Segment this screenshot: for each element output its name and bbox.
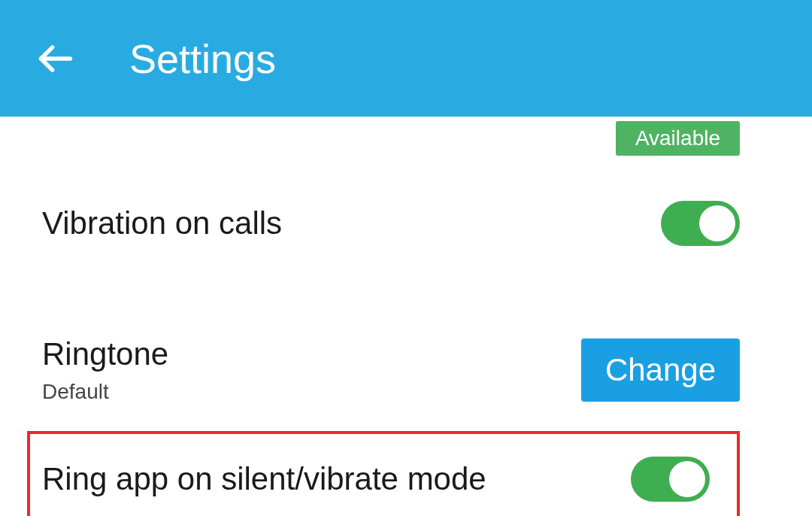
vibration-on-calls-row: Vibration on calls bbox=[42, 201, 770, 246]
page-title: Settings bbox=[129, 35, 276, 82]
back-arrow-icon[interactable] bbox=[36, 39, 75, 78]
ringtone-text-block: Ringtone Default bbox=[42, 336, 168, 404]
settings-content: Available Vibration on calls Ringtone De… bbox=[0, 117, 812, 516]
ringtone-row: Ringtone Default Change bbox=[42, 336, 770, 404]
ring-silent-row: Ring app on silent/vibrate mode bbox=[27, 431, 740, 516]
ringtone-label: Ringtone bbox=[42, 336, 168, 372]
status-badge: Available bbox=[616, 121, 740, 156]
app-header: Settings bbox=[0, 0, 812, 117]
ring-silent-toggle[interactable] bbox=[631, 457, 710, 502]
toggle-knob bbox=[699, 205, 735, 241]
change-ringtone-button[interactable]: Change bbox=[581, 338, 740, 402]
ring-silent-label: Ring app on silent/vibrate mode bbox=[42, 461, 486, 497]
ringtone-value: Default bbox=[42, 380, 168, 404]
vibration-label: Vibration on calls bbox=[42, 205, 282, 241]
vibration-toggle[interactable] bbox=[661, 201, 740, 246]
toggle-knob bbox=[669, 461, 705, 497]
status-row: Available bbox=[42, 117, 770, 156]
